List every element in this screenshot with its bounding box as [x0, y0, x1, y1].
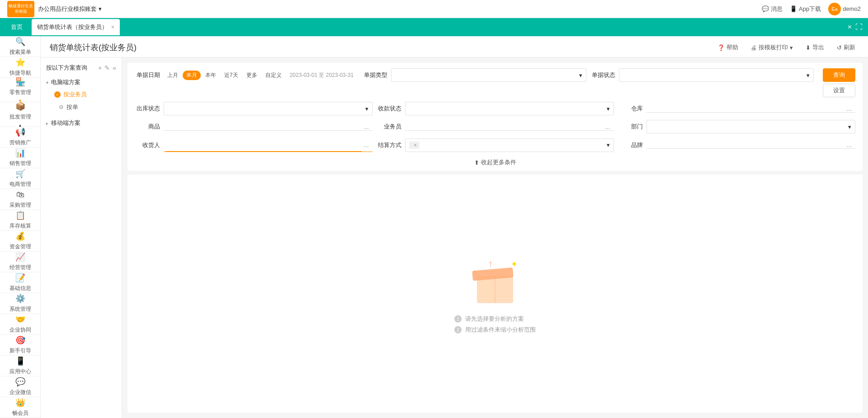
tab-close-icon[interactable]: × — [111, 24, 114, 30]
basic-icon: 📝 — [15, 273, 25, 283]
expand-arrow-icon: ▾ — [46, 80, 48, 85]
message-btn[interactable]: 💬 消息 — [762, 5, 783, 13]
svg-text:↑: ↑ — [488, 258, 493, 269]
salesperson-more-icon[interactable]: ... — [603, 123, 612, 130]
filter-doctype-cell: 单据类型 ▾ — [362, 68, 586, 82]
page-title: 销货单统计表(按业务员) — [50, 42, 137, 53]
sidebar-item-finance[interactable]: 💰 资金管理 — [0, 231, 40, 252]
sidebar-item-newbie[interactable]: 🎯 新手引导 — [0, 335, 40, 356]
sidebar-item-sales[interactable]: 📊 销售管理 — [0, 147, 40, 168]
sidebar-item-marketing[interactable]: 📢 营销推广 — [0, 127, 40, 147]
goods-more-icon[interactable]: ... — [362, 123, 371, 130]
active-dot: ✓ — [54, 91, 61, 98]
sidebar-item-search[interactable]: 🔍 搜索菜单 — [0, 36, 40, 57]
scheme-panel-title: 按以下方案查询 — [46, 64, 87, 72]
setting-button[interactable]: 设置 — [823, 84, 855, 97]
docstatus-dropdown[interactable]: ▾ — [619, 68, 814, 82]
tab-home[interactable]: 首页 — [4, 18, 30, 36]
goods-label: 商品 — [135, 123, 160, 131]
outstatus-arrow-icon: ▾ — [365, 105, 368, 112]
date-btn-more[interactable]: 更多 — [243, 71, 261, 80]
date-btn-prev-month[interactable]: 上月 — [164, 71, 182, 80]
sidebar-item-operations[interactable]: 📈 经营管理 — [0, 252, 40, 272]
scheme-panel: 按以下方案查询 + ✎ « ▾ 电脑端方案 — [41, 57, 122, 418]
scheme-item-by-salesperson[interactable]: ✓ 按业务员 — [41, 88, 122, 101]
brand-control[interactable]: ... — [646, 141, 855, 149]
app-logo-text: 畅捷通好生意标账版 — [9, 4, 33, 14]
dept-dropdown[interactable]: ▾ — [646, 120, 855, 133]
brand-more-icon[interactable]: ... — [844, 141, 854, 148]
help-btn[interactable]: ❓ 帮助 — [714, 42, 742, 53]
app-download-btn[interactable]: 📱 App下载 — [790, 5, 821, 13]
refresh-btn[interactable]: ↺ 刷新 — [833, 42, 859, 53]
salesperson-control[interactable]: ... — [405, 123, 614, 131]
sidebar-item-member[interactable]: 👑 畅会员 — [0, 397, 40, 418]
date-btn-current-month[interactable]: 本月 — [183, 71, 201, 80]
docstatus-select[interactable]: ▾ — [619, 68, 814, 82]
scheme-item-by-doc[interactable]: ⚙ 按单 — [41, 101, 122, 114]
print-btn[interactable]: 🖨 按模板打印 ▾ — [747, 42, 797, 53]
recvstatus-dropdown[interactable]: ▾ — [405, 102, 614, 115]
collapse-arrow-icon: ▸ — [46, 121, 48, 126]
sidebar-item-wechat[interactable]: 💬 企业微信 — [0, 376, 40, 397]
doctype-select[interactable]: ▾ — [391, 68, 586, 82]
maximize-window-icon[interactable]: ⛶ — [855, 23, 863, 31]
recvstatus-select[interactable]: ▾ — [405, 102, 614, 115]
user-info[interactable]: Ea demo2 — [828, 3, 861, 15]
finance-icon: 💰 — [15, 231, 25, 241]
export-btn[interactable]: ⬇ 导出 — [802, 42, 828, 53]
sidebar-item-ecommerce[interactable]: 🛒 电商管理 — [0, 168, 40, 189]
inventory-icon: 📋 — [15, 210, 25, 220]
dept-select[interactable]: ▾ — [646, 120, 855, 133]
scheme-collapse-icon[interactable]: « — [113, 64, 116, 71]
tab-active[interactable]: 销货单统计表（按业务员） × — [32, 19, 120, 35]
warehouse-label: 仓库 — [618, 104, 643, 113]
print-dropdown-icon: ▾ — [790, 44, 793, 51]
sidebar-item-quick-nav[interactable]: ⭐ 快捷导航 — [0, 57, 40, 78]
date-btn-custom[interactable]: 自定义 — [262, 71, 285, 80]
query-button[interactable]: 查询 — [823, 68, 855, 82]
filter-date-cell: 单据日期 上月 本月 本年 近7天 更多 自定义 2023-03-01 至 20… — [135, 71, 359, 80]
sidebar-item-purchase[interactable]: 🛍 采购管理 — [0, 189, 40, 210]
tip-num-2: 2 — [454, 326, 462, 333]
warehouse-control[interactable]: ... — [646, 105, 855, 113]
sidebar-item-retail[interactable]: 🏪 零售管理 ▾ — [0, 78, 40, 102]
app-logo: 畅捷通好生意标账版 — [7, 1, 34, 17]
top-title[interactable]: 办公用品行业模拟账套 ▾ — [38, 5, 102, 13]
collapse-filters-btn[interactable]: ⬆ 收起更多条件 — [135, 156, 855, 169]
filter-settlement-cell: 结算方式 × ▾ — [376, 138, 614, 152]
settlement-remove-icon[interactable]: × — [414, 142, 417, 148]
scheme-add-icon[interactable]: + — [98, 64, 102, 71]
goods-control[interactable]: ... — [164, 123, 373, 131]
scheme-edit-icon[interactable]: ✎ — [104, 64, 110, 71]
window-controls: × ⛶ — [848, 23, 868, 31]
sidebar-item-enterprise[interactable]: 🤝 企业协同 — [0, 314, 40, 335]
settlement-select[interactable]: × ▾ — [405, 138, 614, 152]
dropdown-icon[interactable]: ▾ — [99, 5, 102, 12]
close-window-icon[interactable]: × — [848, 23, 852, 31]
svg-text:✦: ✦ — [511, 260, 518, 269]
warehouse-more-icon[interactable]: ... — [844, 105, 854, 112]
outstatus-dropdown[interactable]: ▾ — [164, 102, 373, 115]
sidebar-item-system[interactable]: ⚙️ 系统管理 — [0, 293, 40, 314]
date-btn-7days[interactable]: 近7天 — [221, 71, 242, 80]
consignee-input[interactable] — [165, 138, 362, 152]
dept-arrow-icon: ▾ — [848, 124, 851, 130]
scheme-group-desktop-header[interactable]: ▾ 电脑端方案 — [41, 76, 122, 88]
phone-icon: 📱 — [790, 5, 797, 12]
doctype-dropdown[interactable]: ▾ — [391, 68, 586, 82]
sidebar-item-inventory[interactable]: 📋 库存核算 — [0, 210, 40, 231]
sidebar-item-wholesale[interactable]: 📦 批发管理 ▴ — [0, 102, 40, 127]
sidebar-item-apps[interactable]: 📱 应用中心 — [0, 356, 40, 376]
filter-section: 单据日期 上月 本月 本年 近7天 更多 自定义 2023-03-01 至 20… — [127, 63, 863, 171]
sidebar-item-basic[interactable]: 📝 基础信息 — [0, 272, 40, 293]
topbar-right: 💬 消息 📱 App下载 Ea demo2 — [762, 3, 861, 15]
scheme-panel-header: 按以下方案查询 + ✎ « — [41, 61, 122, 75]
scheme-group-mobile-header[interactable]: ▸ 移动端方案 — [41, 117, 122, 129]
consignee-more-icon[interactable]: ... — [362, 141, 371, 148]
settlement-dropdown[interactable]: × ▾ — [405, 138, 614, 152]
outstatus-select[interactable]: ▾ — [164, 102, 373, 115]
date-btn-current-year[interactable]: 本年 — [202, 71, 220, 80]
date-range: 2023-03-01 至 2023-03-31 — [290, 71, 354, 79]
dept-label: 部门 — [618, 123, 643, 131]
